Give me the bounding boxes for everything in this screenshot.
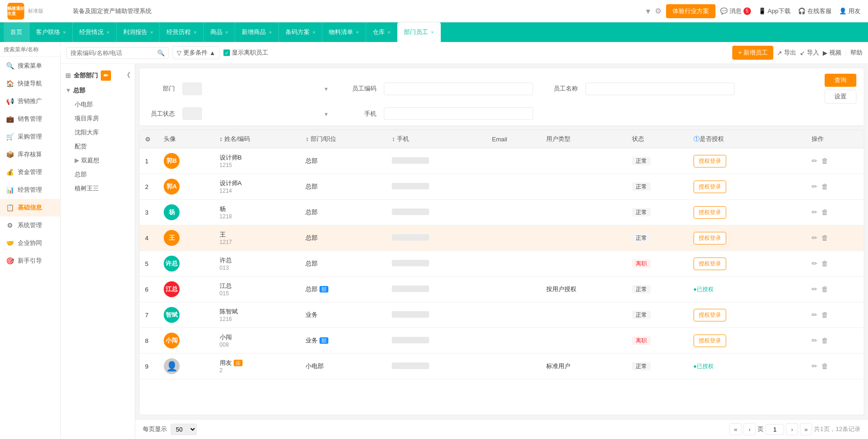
prev-page-button[interactable]: ‹ [743,423,756,435]
auth-login-button[interactable]: 授权登录 [694,258,726,270]
auth-login-button[interactable]: 授权登录 [694,334,726,347]
nav-profit[interactable]: 利润报告 × [117,22,160,42]
edit-button[interactable]: ✏ [812,362,818,370]
sidebar-item-basic[interactable]: 📋 基础信息 [0,199,60,216]
show-resigned-toggle[interactable]: ✓ 显示离职员工 [223,49,268,57]
td-phone [386,200,486,225]
nav-employee[interactable]: 部门员工 × [397,22,441,42]
employee-search-input[interactable] [70,49,154,56]
edit-button[interactable]: ✏ [812,234,818,242]
edit-button[interactable]: ✏ [812,182,818,191]
td-phone [386,277,486,302]
nav-operation[interactable]: 经营情况 × [73,22,116,42]
dept-item-zhishu[interactable]: 植树王三 [61,181,135,195]
help-button[interactable]: 帮助 [850,49,862,57]
delete-button[interactable]: 🗑 [821,208,828,216]
th-phone[interactable]: ↕ 手机 [386,130,486,148]
dept-item-zongbu[interactable]: 总部 [61,167,135,181]
page-number-input[interactable] [765,424,784,435]
sidebar-item-marketing[interactable]: 📢 营销推广 [0,92,60,110]
trial-button[interactable]: 体验行业方案 [666,4,715,18]
edit-button[interactable]: ✏ [812,336,818,345]
edit-button[interactable]: ✏ [812,157,818,165]
page-size-select[interactable]: 50 100 [171,424,197,435]
view-button[interactable]: ▶ 视频 [823,49,841,57]
nav-barcode[interactable]: 条码方案 × [279,22,322,42]
dept-item-shenyang[interactable]: 沈阳大库 [61,125,135,139]
td-usertype [541,148,626,174]
nav-goods[interactable]: 商品 × [204,22,235,42]
edit-button[interactable]: ✏ [812,208,818,216]
import-button[interactable]: ↙ 导入 [800,49,819,57]
delete-button[interactable]: 🗑 [821,234,828,242]
sidebar-item-management[interactable]: 📊 经营管理 [0,181,60,199]
delete-button[interactable]: 🗑 [821,336,828,345]
dept-edit-button[interactable]: ✏ [101,70,111,81]
auth-login-button[interactable]: 授权登录 [694,181,726,193]
auth-login-button[interactable]: 授权登录 [694,206,726,219]
settings-icon[interactable]: ⚙ [655,7,661,15]
nav-history[interactable]: 经营历程 × [160,22,203,42]
dropdown-icon[interactable]: ▾ [646,6,650,16]
more-filter-button[interactable]: ▽ 更多条件 ▲ [173,46,220,59]
phone-input[interactable] [384,107,533,120]
dept-item-peihuo[interactable]: 配货 [61,139,135,153]
dept-select[interactable] [182,83,202,95]
nav-home[interactable]: 首页 [4,22,29,42]
sidebar-item-system[interactable]: ⚙ 系统管理 [0,216,60,234]
user-action[interactable]: 👤 用友 [839,7,861,15]
service-action[interactable]: 🎧 在线客服 [798,7,832,15]
sidebar-item-purchase[interactable]: 🛒 采购管理 [0,128,60,146]
th-settings[interactable]: ⚙ [139,130,158,148]
message-icon: 💬 [720,7,728,14]
add-employee-button[interactable]: + 新增员工 [732,46,773,60]
export-button[interactable]: ↗ 导出 [777,49,796,57]
auth-login-button[interactable]: 授权登录 [694,309,726,321]
dept-item-small-elec[interactable]: 小电部 [61,98,135,111]
set-button[interactable]: 设置 [825,90,856,104]
th-auth[interactable]: ①是否授权 [688,130,778,148]
delete-button[interactable]: 🗑 [821,311,828,319]
emp-status-select[interactable] [182,107,202,120]
th-name[interactable]: ↕ 姓名/编码 [214,130,300,148]
emp-code-input[interactable] [384,83,533,95]
sidebar-item-search[interactable]: 🔍 搜索菜单 [0,57,60,75]
th-dept[interactable]: ↕ 部门/职位 [300,130,386,148]
delete-button[interactable]: 🗑 [821,157,828,165]
td-auth: 授权登录 [688,148,778,174]
td-email [486,200,541,225]
sidebar-item-nav[interactable]: 🏠 快捷导航 [0,75,60,92]
dept-item-project[interactable]: 项目库房 [61,111,135,125]
edit-button[interactable]: ✏ [812,259,818,268]
next-page-button[interactable]: › [786,423,798,435]
delete-button[interactable]: 🗑 [821,362,828,370]
sidebar-item-collab[interactable]: 🤝 企业协同 [0,234,60,252]
sidebar-item-inventory[interactable]: 📦 库存核算 [0,146,60,163]
edit-button[interactable]: ✏ [812,311,818,319]
sidebar-item-guide[interactable]: 🎯 新手引导 [0,252,60,270]
sidebar-item-sales[interactable]: 💼 销售管理 [0,110,60,128]
nav-customer[interactable]: 客户联络 × [29,22,73,42]
delete-button[interactable]: 🗑 [821,259,828,268]
dept-item-shuangting[interactable]: ▶双庭想 [61,153,135,167]
last-page-button[interactable]: » [800,423,812,435]
sidebar-item-finance[interactable]: 💰 资金管理 [0,163,60,181]
edit-button[interactable]: ✏ [812,285,818,293]
auth-login-button[interactable]: 授权登录 [694,155,726,167]
delete-button[interactable]: 🗑 [821,182,828,191]
nav-warehouse[interactable]: 仓库 × [366,22,397,42]
app-download-action[interactable]: 📱 App下载 [758,7,791,15]
nav-bom[interactable]: 物料清单 × [322,22,366,42]
status-badge: 正常 [632,182,651,191]
td-name: 小闯 008 [214,328,300,354]
query-button[interactable]: 查询 [825,74,856,87]
all-dept-label[interactable]: 全部部门 [74,71,98,80]
delete-button[interactable]: 🗑 [821,285,828,293]
nav-new-goods[interactable]: 新增商品 × [235,22,278,42]
message-action[interactable]: 💬 消息 5 [720,7,751,15]
first-page-button[interactable]: « [729,423,742,435]
auth-login-button[interactable]: 授权登录 [694,232,726,244]
emp-name-input[interactable] [585,83,735,95]
dept-collapse-button[interactable]: 《 [124,71,130,80]
avatar: 王 [164,230,180,246]
